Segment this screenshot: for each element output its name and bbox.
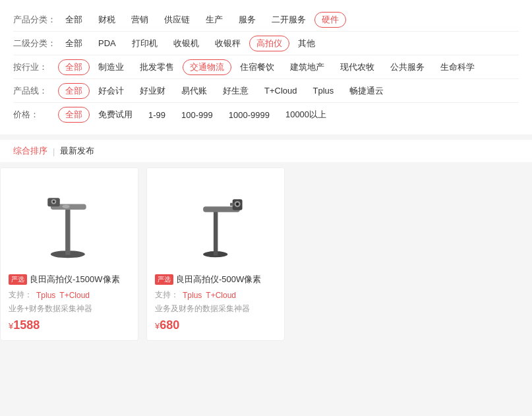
- filter-item-productline-0[interactable]: 全部: [58, 83, 90, 99]
- filter-item-price-2[interactable]: 1-99: [141, 108, 173, 122]
- filter-item-subcategory-2[interactable]: 打印机: [125, 36, 165, 51]
- filter-row-productline: 产品线：全部好会计好业财易代账好生意T+CloudTplus畅捷通云: [13, 79, 519, 103]
- product-title-row-0: 严选良田高拍仪-1500W像素: [9, 274, 130, 285]
- filter-item-industry-3[interactable]: 交通物流: [183, 59, 231, 75]
- filter-item-subcategory-0[interactable]: 全部: [58, 36, 90, 51]
- support-tag-1-0: Tplus: [183, 291, 202, 300]
- filter-label-productline: 产品线：: [13, 85, 58, 97]
- product-badge-0: 严选: [9, 274, 27, 285]
- filter-item-price-5[interactable]: 10000以上: [278, 107, 334, 123]
- filter-label-price: 价格：: [13, 109, 58, 121]
- product-card-1[interactable]: 严选良田高拍仪-500W像素支持：TplusT+Cloud业务及财务的数据采集神…: [146, 167, 285, 341]
- filter-item-industry-6[interactable]: 现代农牧: [333, 59, 382, 75]
- filter-item-subcategory-6[interactable]: 其他: [291, 36, 322, 51]
- filter-items-productline: 全部好会计好业财易代账好生意T+CloudTplus畅捷通云: [58, 83, 519, 99]
- filter-item-productline-1[interactable]: 好会计: [91, 83, 131, 99]
- filter-item-subcategory-4[interactable]: 收银秤: [208, 36, 248, 51]
- filter-item-productline-2[interactable]: 好业财: [133, 83, 173, 99]
- filter-row-industry: 按行业：全部制造业批发零售交通物流住宿餐饮建筑地产现代农牧公共服务生命科学: [13, 55, 519, 79]
- filter-item-productline-6[interactable]: Tplus: [306, 84, 341, 98]
- filter-panel: 产品分类：全部财税营销供应链生产服务二开服务硬件二级分类：全部PDA打印机收银机…: [0, 0, 532, 134]
- product-price-0: ¥1588: [9, 318, 130, 332]
- filter-item-industry-8[interactable]: 生命科学: [433, 59, 482, 75]
- svg-point-6: [63, 204, 70, 208]
- filter-item-productline-3[interactable]: 易代账: [174, 83, 214, 99]
- filter-item-subcategory-5[interactable]: 高拍仪: [249, 36, 289, 51]
- filter-row-price: 价格：全部免费试用1-99100-9991000-999910000以上: [13, 103, 519, 127]
- product-grid: 严选良田高拍仪-1500W像素支持：TplusT+Cloud业务+财务数据采集神…: [0, 167, 532, 351]
- support-label-0: 支持：: [9, 289, 32, 301]
- filter-row-category: 产品分类：全部财税营销供应链生产服务二开服务硬件: [13, 8, 519, 32]
- product-title-1: 良田高拍仪-500W像素: [176, 274, 261, 285]
- filter-item-category-4[interactable]: 生产: [198, 12, 230, 28]
- filter-item-industry-2[interactable]: 批发零售: [133, 59, 181, 75]
- sort-bar: 综合排序|最新发布: [0, 140, 532, 162]
- price-currency-1: ¥: [155, 321, 160, 331]
- sort-separator: |: [53, 146, 55, 156]
- filter-item-category-2[interactable]: 营销: [124, 12, 156, 28]
- product-title-row-1: 严选良田高拍仪-500W像素: [155, 274, 276, 285]
- filter-items-industry: 全部制造业批发零售交通物流住宿餐饮建筑地产现代农牧公共服务生命科学: [58, 59, 519, 75]
- filter-item-subcategory-1[interactable]: PDA: [91, 36, 123, 50]
- sort-active[interactable]: 综合排序: [13, 145, 47, 157]
- price-currency-0: ¥: [9, 321, 13, 331]
- filter-item-price-0[interactable]: 全部: [58, 107, 90, 123]
- filter-item-category-5[interactable]: 服务: [231, 12, 263, 28]
- support-tag-1-1: T+Cloud: [206, 291, 236, 300]
- product-price-1: ¥680: [155, 318, 276, 332]
- svg-rect-13: [230, 203, 234, 206]
- filter-item-industry-0[interactable]: 全部: [58, 59, 90, 75]
- product-title-0: 良田高拍仪-1500W像素: [30, 274, 120, 285]
- product-badge-1: 严选: [155, 274, 173, 285]
- product-image-0: [1, 168, 138, 267]
- support-label-1: 支持：: [155, 289, 179, 301]
- support-tag-0-0: Tplus: [36, 291, 55, 300]
- filter-item-industry-4[interactable]: 住宿餐饮: [233, 59, 281, 75]
- filter-item-productline-7[interactable]: 畅捷通云: [342, 83, 391, 99]
- filter-item-category-0[interactable]: 全部: [58, 12, 90, 28]
- svg-rect-8: [214, 212, 218, 256]
- product-card-0[interactable]: 严选良田高拍仪-1500W像素支持：TplusT+Cloud业务+财务数据采集神…: [0, 167, 138, 341]
- product-desc-1: 业务及财务的数据采集神器: [155, 303, 276, 314]
- sort-normal[interactable]: 最新发布: [60, 145, 94, 157]
- filter-label-category: 产品分类：: [13, 14, 58, 26]
- svg-rect-1: [65, 208, 70, 255]
- filter-item-price-1[interactable]: 免费试用: [91, 107, 140, 123]
- filter-item-industry-5[interactable]: 建筑地产: [283, 59, 332, 75]
- filter-item-category-3[interactable]: 供应链: [157, 12, 197, 28]
- filter-row-subcategory: 二级分类：全部PDA打印机收银机收银秤高拍仪其他: [13, 32, 519, 55]
- filter-item-productline-4[interactable]: 好生意: [216, 83, 256, 99]
- filter-label-industry: 按行业：: [13, 61, 58, 73]
- filter-item-category-7[interactable]: 硬件: [314, 12, 346, 28]
- filter-items-category: 全部财税营销供应链生产服务二开服务硬件: [58, 12, 519, 28]
- svg-point-12: [236, 202, 239, 206]
- product-desc-0: 业务+财务数据采集神器: [9, 303, 130, 314]
- filter-label-subcategory: 二级分类：: [13, 38, 58, 49]
- filter-item-category-1[interactable]: 财税: [91, 12, 123, 28]
- filter-items-price: 全部免费试用1-99100-9991000-999910000以上: [58, 107, 519, 123]
- support-tag-0-1: T+Cloud: [59, 291, 90, 300]
- product-info-1: 严选良田高拍仪-500W像素支持：TplusT+Cloud业务及财务的数据采集神…: [147, 267, 284, 340]
- filter-item-productline-5[interactable]: T+Cloud: [257, 84, 305, 98]
- filter-item-subcategory-3[interactable]: 收银机: [166, 36, 206, 51]
- filter-item-price-4[interactable]: 1000-9999: [222, 108, 277, 122]
- product-image-1: [147, 168, 284, 267]
- product-support-0: 支持：TplusT+Cloud: [9, 289, 130, 301]
- svg-point-5: [53, 200, 55, 203]
- product-support-1: 支持：TplusT+Cloud: [155, 289, 276, 301]
- filter-item-price-3[interactable]: 100-999: [174, 108, 220, 122]
- product-info-0: 严选良田高拍仪-1500W像素支持：TplusT+Cloud业务+财务数据采集神…: [1, 267, 138, 340]
- filter-items-subcategory: 全部PDA打印机收银机收银秤高拍仪其他: [58, 36, 519, 51]
- filter-item-industry-1[interactable]: 制造业: [91, 59, 131, 75]
- filter-item-industry-7[interactable]: 公共服务: [383, 59, 432, 75]
- filter-item-category-6[interactable]: 二开服务: [264, 12, 313, 28]
